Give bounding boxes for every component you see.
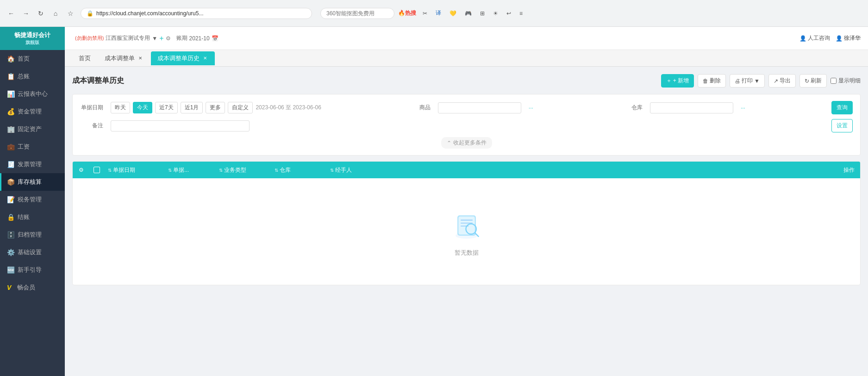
ssl-icon: 🔒 bbox=[87, 10, 94, 17]
warehouse-filter-input[interactable] bbox=[650, 102, 733, 113]
table-header: ⚙ ⇅ 单据日期 ⇅ 单据... ⇅ 业务类型 bbox=[73, 162, 860, 178]
home-button[interactable]: ⌂ bbox=[49, 7, 62, 20]
goods-filter-input[interactable] bbox=[438, 102, 521, 113]
sidebar-item-fixed-assets[interactable]: 🏢 固定资产 bbox=[0, 120, 65, 138]
goods-more-icon[interactable]: ··· bbox=[529, 105, 533, 111]
goods-filter-label: 商品 bbox=[407, 104, 431, 112]
forward-button[interactable]: → bbox=[19, 7, 32, 20]
sidebar-label-home: 首页 bbox=[18, 55, 30, 63]
sidebar-item-reports[interactable]: 📊 云报表中心 bbox=[0, 85, 65, 103]
dropdown-icon: ▼ bbox=[152, 35, 157, 42]
date-btn-more[interactable]: 更多 bbox=[206, 102, 225, 113]
tab-home[interactable]: 首页 bbox=[72, 51, 97, 65]
ledger-icon: 📋 bbox=[7, 73, 15, 80]
sidebar-label-archive: 归档管理 bbox=[18, 231, 42, 239]
date-btn-custom[interactable]: 自定义 bbox=[228, 102, 253, 113]
sidebar-label-tax: 税务管理 bbox=[18, 195, 42, 204]
sidebar-item-ledger[interactable]: 📋 总账 bbox=[0, 68, 65, 85]
browser-right-area: 🔥热搜 ✂ 译 💛 🎮 ⊞ ☀ ↩ ≡ bbox=[320, 8, 525, 19]
tab-cost-history[interactable]: 成本调整单历史 ✕ bbox=[151, 51, 215, 65]
export-btn[interactable]: ↗ 导出 bbox=[768, 74, 796, 88]
reload-button[interactable]: ↻ bbox=[34, 7, 47, 20]
tab-cost-history-label: 成本调整单历史 bbox=[157, 54, 200, 63]
tab-cost-history-close[interactable]: ✕ bbox=[202, 55, 208, 62]
undo-icon[interactable]: ↩ bbox=[504, 9, 514, 18]
display-col-toggle[interactable]: 显示明细 bbox=[831, 77, 861, 85]
col-warehouse[interactable]: ⇅ 仓库 bbox=[271, 166, 326, 174]
sidebar-item-tax[interactable]: 📝 税务管理 bbox=[0, 191, 65, 208]
menu-icon[interactable]: ≡ bbox=[517, 9, 525, 18]
wallet-icon[interactable]: 💛 bbox=[447, 9, 459, 18]
col-operator-label: 经手人 bbox=[335, 166, 352, 174]
note-filter-input[interactable] bbox=[111, 120, 250, 132]
company-select[interactable]: (勿删勿禁用) 江西服宝测试专用 ▼ + ⚙ bbox=[72, 33, 174, 44]
search-btn[interactable]: 查询 bbox=[831, 101, 853, 114]
topbar: (勿删勿禁用) 江西服宝测试专用 ▼ + ⚙ 账期 2021-10 📅 👤 人工… bbox=[65, 27, 868, 50]
sidebar-label-closing: 结账 bbox=[18, 213, 30, 221]
sidebar-item-guide[interactable]: 🆕 新手引导 bbox=[0, 261, 65, 279]
warehouse-more-icon[interactable]: ··· bbox=[741, 105, 745, 111]
delete-btn[interactable]: 🗑 删除 bbox=[698, 74, 726, 88]
print-btn[interactable]: 🖨 打印 ▼ bbox=[730, 74, 765, 88]
collapse-btn[interactable]: ⌃ 收起更多条件 bbox=[441, 137, 492, 149]
game-icon[interactable]: 🎮 bbox=[462, 9, 475, 18]
select-all-checkbox[interactable] bbox=[94, 167, 100, 173]
tab-cost-adjust-label: 成本调整单 bbox=[105, 54, 135, 63]
col-num[interactable]: ⇅ 单据... bbox=[164, 166, 215, 174]
col-operator[interactable]: ⇅ 经手人 bbox=[326, 166, 387, 174]
add-icon[interactable]: + bbox=[159, 34, 163, 43]
col-checkbox-all[interactable] bbox=[89, 167, 104, 173]
new-label: + 新增 bbox=[673, 77, 689, 85]
reset-btn[interactable]: 设置 bbox=[831, 119, 853, 132]
col-settings-icon[interactable]: ⚙ bbox=[73, 167, 89, 173]
period-label: 账期 bbox=[176, 34, 187, 42]
scissors-icon[interactable]: ✂ bbox=[420, 9, 430, 18]
sidebar-item-archive[interactable]: 🗄️ 归档管理 bbox=[0, 226, 65, 244]
date-btn-7days[interactable]: 近7天 bbox=[155, 102, 178, 113]
refresh-btn[interactable]: ↻ 刷新 bbox=[799, 74, 827, 88]
tab-cost-adjust[interactable]: 成本调整单 ✕ bbox=[98, 51, 150, 65]
sidebar-item-vip[interactable]: V 畅会员 bbox=[0, 279, 65, 296]
topbar-right: 👤 人工咨询 👤 徐泽华 bbox=[799, 34, 861, 42]
col-ops: 操作 bbox=[838, 166, 860, 174]
tab-home-label: 首页 bbox=[79, 54, 91, 63]
translate-icon[interactable]: 译 bbox=[433, 8, 444, 18]
col-date[interactable]: ⇅ 单据日期 bbox=[104, 166, 164, 174]
apps-icon[interactable]: ⊞ bbox=[477, 9, 487, 18]
data-table: ⚙ ⇅ 单据日期 ⇅ 单据... ⇅ 业务类型 bbox=[72, 161, 861, 285]
consultant-btn[interactable]: 👤 人工咨询 bbox=[799, 34, 830, 42]
bookmark-button[interactable]: ☆ bbox=[64, 7, 77, 20]
refresh-icon: ↻ bbox=[805, 78, 809, 84]
sidebar-item-inventory[interactable]: 📦 库存核算 bbox=[0, 173, 65, 191]
col-biz-type[interactable]: ⇅ 业务类型 bbox=[215, 166, 271, 174]
sidebar-item-closing[interactable]: 🔒 结账 bbox=[0, 208, 65, 226]
back-button[interactable]: ← bbox=[5, 7, 18, 20]
tab-bar: 首页 成本调整单 ✕ 成本调整单历史 ✕ bbox=[65, 50, 868, 67]
reset-label: 设置 bbox=[837, 122, 848, 130]
calendar-icon[interactable]: 📅 bbox=[212, 35, 219, 42]
page-title: 成本调整单历史 bbox=[72, 76, 124, 86]
tab-cost-adjust-close[interactable]: ✕ bbox=[137, 55, 144, 62]
address-bar[interactable] bbox=[96, 10, 306, 17]
sidebar-item-funds[interactable]: 💰 资金管理 bbox=[0, 103, 65, 120]
sidebar-item-salary[interactable]: 💼 工资 bbox=[0, 138, 65, 156]
date-btn-1month[interactable]: 近1月 bbox=[181, 102, 203, 113]
date-btn-today[interactable]: 今天 bbox=[133, 102, 152, 113]
sidebar-item-settings[interactable]: ⚙️ 基础设置 bbox=[0, 244, 65, 261]
new-btn[interactable]: ＋ + 新增 bbox=[661, 74, 694, 88]
settings-icon-topbar[interactable]: ⚙ bbox=[166, 35, 171, 42]
print-icon: 🖨 bbox=[735, 78, 740, 84]
sidebar-item-home[interactable]: 🏠 首页 bbox=[0, 50, 65, 68]
sort-icon-warehouse: ⇅ bbox=[275, 168, 278, 173]
brightness-icon[interactable]: ☀ bbox=[490, 9, 501, 18]
display-col-checkbox[interactable] bbox=[831, 78, 837, 84]
filter-panel: 单据日期 昨天 今天 近7天 近1月 更多 自定义 2023-06-06 至 2… bbox=[72, 94, 861, 156]
browser-search-input[interactable] bbox=[320, 8, 394, 19]
date-btn-yesterday[interactable]: 昨天 bbox=[111, 102, 130, 113]
address-bar-container[interactable]: 🔒 bbox=[81, 8, 312, 19]
user-area[interactable]: 👤 徐泽华 bbox=[836, 34, 861, 42]
browser-chrome: ← → ↻ ⌂ ☆ 🔒 🔥热搜 ✂ 译 💛 🎮 ⊞ ☀ ↩ ≡ bbox=[0, 0, 868, 27]
logo-sub-text: 旗舰版 bbox=[14, 39, 50, 45]
sidebar-item-invoice[interactable]: 🧾 发票管理 bbox=[0, 156, 65, 173]
period-info: 账期 2021-10 📅 bbox=[176, 34, 219, 42]
